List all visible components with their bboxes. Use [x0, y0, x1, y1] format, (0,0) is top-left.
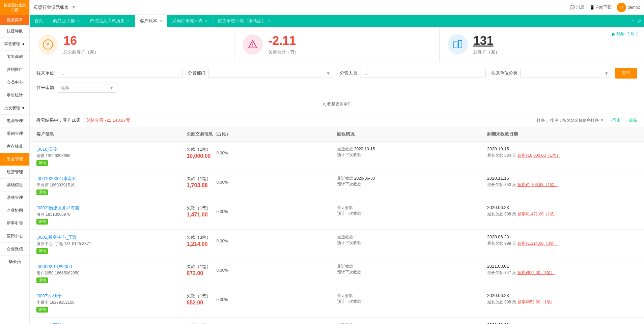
customer-name-2[interactable]: [0003]畅捷服务尹海燕: [36, 205, 79, 210]
debt-info-3: 欠款（3笔） 1,214.00 0.00%: [187, 234, 337, 247]
tab-maximize-button[interactable]: ⤢: [637, 18, 641, 24]
sidebar-item-nav[interactable]: 快捷导航: [0, 25, 29, 38]
balance-select[interactable]: 选择... ▼: [57, 83, 117, 93]
summary-card-debt-total: ! -2.11 欠款合计（万）: [234, 27, 439, 62]
debtors-body: 16 总欠款客户（家）: [63, 34, 226, 55]
person-input[interactable]: ...: [360, 69, 486, 78]
due-info-0: 2020.10.15 最长欠款 884 天 超期¥10,000.00（1笔）: [487, 146, 637, 158]
message-button[interactable]: 💬 消息: [570, 4, 584, 10]
source-unit-input[interactable]: ...: [57, 69, 183, 78]
customer-tag-5: 现销: [36, 307, 48, 313]
refresh-button[interactable]: ○ 刷新: [626, 118, 637, 123]
sidebar-item-finance[interactable]: 资金管理: [0, 153, 29, 166]
sidebar-item-purchase[interactable]: 采购管理: [0, 127, 29, 140]
customer-name-3[interactable]: [0002]服务中心_丁磊: [36, 235, 77, 240]
sidebar-item-batch-mgmt[interactable]: 批发管理 ▼: [0, 102, 29, 115]
app-download-button[interactable]: 📱 App下载: [590, 4, 611, 10]
tab-close-inbound-stats[interactable]: ✕: [268, 19, 271, 23]
search-menu-button[interactable]: 搜索菜单: [0, 15, 29, 25]
tab-products[interactable]: 商品上下架 ✕: [48, 15, 85, 27]
tab-inbound-stats[interactable]: 进货单统计表（按商品） ✕: [213, 15, 276, 27]
customer-name-5[interactable]: [0007]小饼干: [36, 293, 62, 298]
avatar: D: [617, 3, 626, 12]
sidebar-item-ecommerce[interactable]: 电商管理: [0, 115, 29, 127]
source-unit-label: 往来单位: [36, 70, 54, 76]
unit-category-label: 往来单位分类: [491, 70, 517, 76]
overdue-link-0[interactable]: 超期¥10,000.00（1笔）: [517, 153, 560, 158]
tab-customer[interactable]: 客户账本 ✕: [135, 15, 167, 27]
search-button[interactable]: 查询: [615, 68, 637, 79]
debtors-value: 16: [63, 34, 226, 48]
tab-close-customer[interactable]: ✕: [159, 19, 162, 23]
user-profile-button[interactable]: D demo2: [617, 3, 640, 12]
sidebar-item-retail-mgmt[interactable]: 零售管理 ▲: [0, 38, 29, 51]
sidebar-item-inventory[interactable]: 库存核算: [0, 140, 29, 153]
customer-name-4[interactable]: [000002]用户2050: [36, 264, 72, 269]
customer-name-1[interactable]: [0001020001]李老师: [36, 176, 77, 181]
sidebar-item-member[interactable]: 会员中心: [0, 76, 29, 89]
svg-text:¥: ¥: [46, 41, 50, 47]
overdue-link-2[interactable]: 超期¥1,471.00（1笔）: [517, 212, 558, 216]
total-customers-value: 131: [473, 34, 636, 48]
customer-info-5: [0007]小饼干 小饼干 18279152100 现销: [36, 293, 187, 313]
sidebar-item-newbie[interactable]: 新手引导: [0, 217, 29, 230]
customer-name-6[interactable]: [0006]去下粮仓: [36, 323, 66, 324]
table-row: [0001020001]李老师 李老师 18600391516 现销 欠款（1笔…: [30, 171, 644, 200]
tab-home[interactable]: 首页: [30, 15, 48, 27]
source-unit-group: 往来单位 ...: [36, 69, 183, 78]
tab-minimize-button[interactable]: −: [631, 18, 634, 24]
page-content: ¥ 16 总欠款客户（家） ! -2.11 欠款合计（万）: [30, 27, 644, 324]
sidebar-item-apps[interactable]: 应用中心: [0, 230, 29, 243]
sort-select[interactable]: 排序： 排序：按欠款金额倒序排序 ▼: [537, 118, 604, 123]
sidebar-item-retail-stats[interactable]: 零售统计: [0, 89, 29, 102]
tab-purchase-stats[interactable]: 采购订单统计表 ✕: [167, 15, 213, 27]
collapse-button[interactable]: ⋀ 收起更多条件: [36, 100, 637, 108]
customer-table: 客户信息 欠款交易信息（占比） 回收情况 到期未收款日期 [0016]吴俊 吴俊…: [30, 127, 644, 324]
overdue-link-5[interactable]: 超期¥652.00（1笔）: [517, 300, 555, 304]
customer-tag-0: 现销: [36, 160, 48, 166]
export-button[interactable]: ○ 导出: [610, 118, 621, 123]
tabs-actions: − ⤢: [628, 18, 644, 24]
sidebar-item-enterprise[interactable]: 企业协同: [0, 204, 29, 217]
sidebar-item-wechat[interactable]: 企业微信: [0, 243, 29, 256]
sidebar-item-operations[interactable]: 经营管理: [0, 166, 29, 179]
download-icon: 📱: [590, 5, 595, 10]
debtors-icon: ¥: [38, 34, 58, 55]
summary-cards: ¥ 16 总欠款客户（家） ! -2.11 欠款合计（万）: [30, 27, 644, 62]
dept-input[interactable]: ▼: [208, 69, 334, 78]
sidebar-item-marketing[interactable]: 营销推广: [0, 63, 29, 76]
tab-close-production[interactable]: ✕: [127, 19, 130, 23]
tab-close-purchase-stats[interactable]: ✕: [205, 19, 208, 23]
table-row: [0003]畅捷服务尹海燕 海燕 18513066976 现销 欠款（1笔） 1…: [30, 200, 644, 230]
sidebar-item-vip[interactable]: 畅会员: [0, 256, 29, 268]
recovery-info-2: 最近收款 预计下次收款: [337, 205, 487, 216]
debt-info-2: 欠款（1笔） 1,471.00 0.00%: [187, 205, 337, 218]
overdue-link-1[interactable]: 超期¥1,703.68（1笔）: [517, 182, 558, 187]
sidebar-item-system[interactable]: 系统管理: [0, 192, 29, 204]
table-row: [0006]去下粮仓 陈小帅 现销 欠款（1笔） 455.90 0.00%: [30, 318, 644, 324]
table-row: [0002]服务中心_丁磊 服务中心_丁磊 181 0125 8371 现销 欠…: [30, 230, 644, 259]
help-button[interactable]: ? 帮助: [627, 31, 639, 37]
customer-sub-3: 服务中心_丁磊 181 0125 8371: [36, 241, 187, 247]
sidebar-item-basic-info[interactable]: 基础信息: [0, 179, 29, 192]
video-button[interactable]: ▶ 视频: [612, 31, 624, 37]
tab-close-products[interactable]: ✕: [77, 19, 80, 23]
tab-production[interactable]: 产成品入库单历史 ✕: [85, 15, 135, 27]
customer-name-0[interactable]: [0016]吴俊: [36, 147, 57, 152]
person-label: 分管人员: [340, 70, 357, 76]
overdue-link-3[interactable]: 超期¥1,214.00（3笔）: [517, 241, 558, 246]
unit-category-input[interactable]: ▼: [520, 69, 612, 78]
debt-info-0: 欠款（1笔） 10,000.00 0.00%: [187, 146, 337, 159]
overdue-link-4[interactable]: 超期¥672.00（1笔）: [517, 270, 555, 275]
sidebar-item-retail-store[interactable]: 零售商城: [0, 51, 29, 63]
col-header-customer: 客户信息: [36, 131, 187, 137]
customer-info-1: [0001020001]李老师 李老师 18600391516 现销: [36, 176, 187, 195]
summary-card-total-customers: 131 总客户（家） ▶ 视频 ? 帮助: [440, 27, 644, 62]
sort-dropdown-icon: ▼: [600, 118, 604, 123]
topbar-left: 母婴行业演示账套 ▼: [34, 4, 76, 10]
sort-label: 排序：: [537, 118, 549, 123]
company-dropdown-icon[interactable]: ▼: [72, 5, 76, 10]
refresh-icon: ○: [626, 118, 628, 123]
due-info-2: 2020.06.23 最长欠款 998 天 超期¥1,471.00（1笔）: [487, 205, 637, 217]
table-row: [000002]用户2050 用户2050 18665062050 现销 欠款（…: [30, 259, 644, 288]
